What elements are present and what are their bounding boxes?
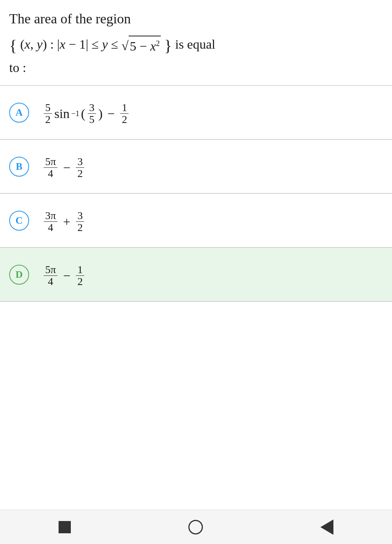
to-text: to : <box>9 61 26 75</box>
navigation-bar <box>0 510 392 544</box>
question-title: The area of the region <box>9 11 383 27</box>
option-d-math: 5π4 − 12 <box>43 264 85 287</box>
option-circle-a: A <box>9 103 29 123</box>
option-c-math: 3π4 + 32 <box>43 210 85 233</box>
option-circle-d: D <box>9 265 29 285</box>
nav-back-icon[interactable] <box>59 521 71 533</box>
option-row-b[interactable]: B 5π4 − 32 <box>0 140 392 193</box>
question-body: { (x, y) : |x − 1| ≤ y ≤ √5 − x2 } is eq… <box>9 34 383 77</box>
option-row-d[interactable]: D 5π4 − 12 <box>0 248 392 301</box>
option-circle-b: B <box>9 157 29 177</box>
nav-spacer <box>0 302 392 336</box>
option-circle-c: C <box>9 211 29 231</box>
question-section: The area of the region { (x, y) : |x − 1… <box>0 0 392 85</box>
options-container: A 52 sin−1 ( 35 ) − 12 B 5π4 − 32 <box>0 86 392 302</box>
option-row-c[interactable]: C 3π4 + 32 <box>0 194 392 247</box>
option-b-math: 5π4 − 32 <box>43 156 85 179</box>
option-content-d: 5π4 − 12 <box>43 262 85 287</box>
set-expression: (x, y) : |x − 1| ≤ y ≤ √5 − x2 <box>20 37 164 51</box>
option-a-math: 52 sin−1 ( 35 ) − 12 <box>43 102 129 125</box>
close-brace: } <box>164 37 172 54</box>
sqrt-expression: √5 − x2 <box>121 36 161 56</box>
option-content-a: 52 sin−1 ( 35 ) − 12 <box>43 100 129 125</box>
option-content-b: 5π4 − 32 <box>43 154 85 179</box>
nav-previous-icon[interactable] <box>320 519 333 535</box>
equals-text: is equal <box>175 37 216 51</box>
option-row-a[interactable]: A 52 sin−1 ( 35 ) − 12 <box>0 86 392 139</box>
option-content-c: 3π4 + 32 <box>43 208 85 233</box>
nav-home-icon[interactable] <box>188 520 203 534</box>
open-brace: { <box>9 37 17 54</box>
